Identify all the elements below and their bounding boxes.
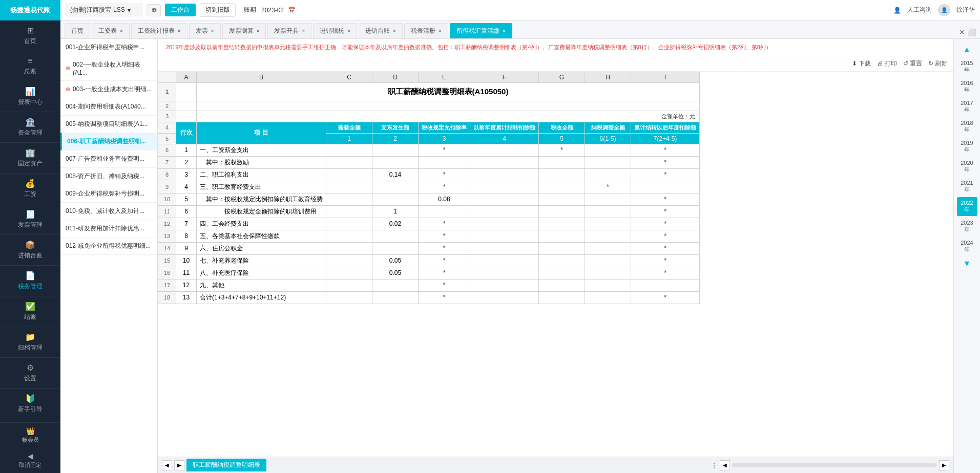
g-4[interactable] bbox=[539, 181, 585, 193]
switch-old-btn[interactable]: 切到旧版 bbox=[200, 3, 236, 17]
sidebar-item-archive[interactable]: 📁 归档管理 bbox=[0, 327, 60, 358]
g-13[interactable] bbox=[539, 291, 585, 304]
e-2[interactable] bbox=[419, 156, 470, 168]
left-panel-item-002[interactable]: ⊗ 002-一般企业收入明细表(A1... bbox=[60, 56, 157, 81]
sidebar-item-member[interactable]: 👑 畅会员 bbox=[0, 423, 60, 448]
refresh-btn[interactable]: ↻ 刷新 bbox=[928, 59, 947, 68]
tab-invoice[interactable]: 发票 × bbox=[189, 23, 221, 38]
g-12[interactable] bbox=[539, 279, 585, 291]
g-5[interactable] bbox=[539, 193, 585, 205]
f-5[interactable] bbox=[470, 193, 539, 205]
f-11[interactable] bbox=[470, 267, 539, 279]
d-4[interactable] bbox=[372, 181, 419, 193]
d-11[interactable]: 0.05 bbox=[372, 267, 419, 279]
label-6[interactable]: 按税收规定全额扣除的职培训费用 bbox=[197, 205, 326, 218]
f-6[interactable] bbox=[470, 205, 539, 218]
year-2023[interactable]: 2023年 bbox=[957, 217, 977, 236]
tab-income-tax-close[interactable]: × bbox=[503, 28, 506, 34]
copy-btn[interactable]: ⧉ bbox=[147, 4, 161, 16]
g-2[interactable] bbox=[539, 156, 585, 168]
f-13[interactable] bbox=[470, 291, 539, 304]
sidebar-item-new-guide[interactable]: 🔰 新手引导 bbox=[0, 389, 60, 419]
sidebar-item-general-ledger[interactable]: ≡ 总账 bbox=[0, 51, 60, 81]
h-8[interactable] bbox=[585, 230, 631, 242]
g-3[interactable] bbox=[539, 168, 585, 181]
c-5[interactable] bbox=[326, 193, 372, 205]
sidebar-item-payroll[interactable]: 💰 工资 bbox=[0, 174, 60, 204]
f-12[interactable] bbox=[470, 279, 539, 291]
label-8[interactable]: 五、各类基本社会保障性缴款 bbox=[197, 230, 326, 242]
f-1[interactable] bbox=[470, 144, 539, 156]
workspace-btn[interactable]: 工作台 bbox=[165, 4, 196, 16]
tab-purchase-verify[interactable]: 进销稽核 × bbox=[313, 23, 357, 38]
tab-payroll[interactable]: 工资表 × bbox=[92, 23, 130, 38]
label-3[interactable]: 二、职工福利支出 bbox=[197, 168, 326, 181]
g-6[interactable] bbox=[539, 205, 585, 218]
c-12[interactable] bbox=[326, 279, 372, 291]
year-2015[interactable]: 2015年 bbox=[957, 57, 977, 76]
c-13[interactable] bbox=[326, 291, 372, 304]
tab-close-all-icon[interactable]: ✕ bbox=[959, 28, 965, 36]
cancel-fixed-btn[interactable]: ◀ 取消固定 bbox=[0, 448, 60, 473]
bottom-scroll-left[interactable]: ◀ bbox=[720, 460, 730, 470]
label-2[interactable]: 其中：股权激励 bbox=[197, 156, 326, 168]
tab-invoice-calc[interactable]: 发票测算 × bbox=[222, 23, 266, 38]
tab-invoice-calc-close[interactable]: × bbox=[257, 28, 260, 34]
tab-purchase-verify-close[interactable]: × bbox=[347, 28, 350, 34]
h-9[interactable] bbox=[585, 242, 631, 254]
h-1[interactable] bbox=[585, 144, 631, 156]
support-label[interactable]: 人工咨询 bbox=[907, 6, 932, 14]
left-panel-item-007[interactable]: 007-广告费和业务宣传费明... bbox=[60, 150, 157, 168]
i-4[interactable] bbox=[631, 181, 700, 193]
left-panel-item-006[interactable]: 006-职工薪酬纳税调整明细... bbox=[60, 133, 157, 150]
c-4[interactable] bbox=[326, 181, 372, 193]
year-2016[interactable]: 2016年 bbox=[957, 77, 977, 96]
bottom-scroll-right[interactable]: ▶ bbox=[939, 460, 949, 470]
left-panel-item-011[interactable]: 011-研发费用加计扣除优惠... bbox=[60, 220, 157, 238]
e-5[interactable]: 0.08 bbox=[419, 193, 470, 205]
c-7[interactable] bbox=[326, 218, 372, 230]
e-6[interactable] bbox=[419, 205, 470, 218]
left-panel-item-008[interactable]: 008-资产折旧、摊销及纳税... bbox=[60, 168, 157, 185]
tab-home[interactable]: 首页 bbox=[65, 23, 90, 38]
h-12[interactable] bbox=[585, 279, 631, 291]
d-12[interactable] bbox=[372, 279, 419, 291]
d-3[interactable]: 0.14 bbox=[372, 168, 419, 181]
tab-maximize-icon[interactable]: ⬜ bbox=[967, 28, 976, 36]
left-panel-item-001[interactable]: 001-企业所得税年度纳税申... bbox=[60, 39, 157, 56]
f-3[interactable] bbox=[470, 168, 539, 181]
f-2[interactable] bbox=[470, 156, 539, 168]
g-7[interactable] bbox=[539, 218, 585, 230]
sidebar-item-invoice-mgmt[interactable]: 🧾 发票管理 bbox=[0, 204, 60, 235]
year-up-arrow[interactable]: ▲ bbox=[961, 43, 973, 56]
left-panel-item-010[interactable]: 010-免税、减计收入及加计... bbox=[60, 203, 157, 220]
bottom-options-icon[interactable]: ⋮ bbox=[711, 461, 718, 469]
c-11[interactable] bbox=[326, 267, 372, 279]
sidebar-item-tax-mgmt[interactable]: 📄 税务管理 bbox=[0, 266, 60, 296]
d-10[interactable]: 0.05 bbox=[372, 254, 419, 267]
label-7[interactable]: 四、工会经费支出 bbox=[197, 218, 326, 230]
tab-purchase-ledger-close[interactable]: × bbox=[393, 28, 396, 34]
left-panel-item-004[interactable]: 004-期间费用明细表(A1040... bbox=[60, 98, 157, 116]
h-6[interactable] bbox=[585, 205, 631, 218]
h-13[interactable] bbox=[585, 291, 631, 304]
f-4[interactable] bbox=[470, 181, 539, 193]
d-13[interactable] bbox=[372, 291, 419, 304]
horizontal-scrollbar[interactable] bbox=[732, 463, 937, 467]
c-9[interactable] bbox=[326, 242, 372, 254]
tab-tax-clear[interactable]: 税表清册 × bbox=[404, 23, 448, 38]
year-down-arrow[interactable]: ▼ bbox=[961, 257, 973, 270]
h-2[interactable] bbox=[585, 156, 631, 168]
tab-invoice-open-close[interactable]: × bbox=[302, 28, 305, 34]
left-panel-item-003[interactable]: ⊗ 003-一般企业成本支出明细... bbox=[60, 81, 157, 98]
d-1[interactable] bbox=[372, 144, 419, 156]
left-panel-item-012[interactable]: 012-减免企业所得税优惠明细... bbox=[60, 238, 157, 255]
year-2022[interactable]: 2022年 bbox=[957, 197, 977, 216]
year-2018[interactable]: 2018年 bbox=[957, 117, 977, 136]
g-9[interactable] bbox=[539, 242, 585, 254]
label-12[interactable]: 九、其他 bbox=[197, 279, 326, 291]
c-10[interactable] bbox=[326, 254, 372, 267]
sheet-scroll[interactable]: A B C D E F G H I bbox=[158, 72, 953, 457]
f-10[interactable] bbox=[470, 254, 539, 267]
print-btn[interactable]: 🖨 打印 bbox=[877, 59, 897, 68]
